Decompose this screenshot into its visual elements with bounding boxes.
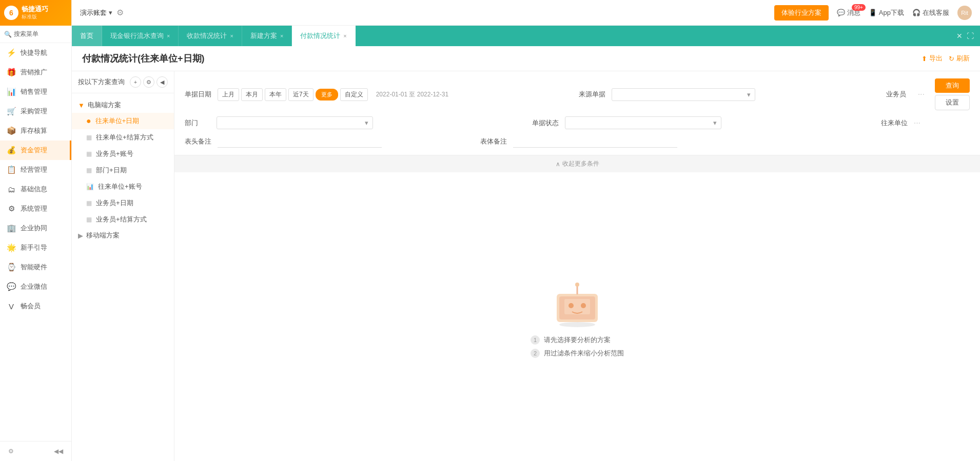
sidebar-item-purchase[interactable]: 🛒 采购管理 — [0, 102, 71, 121]
empty-tip-1: 1 请先选择要分析的方案 — [531, 335, 624, 345]
query-btn[interactable]: 查询 — [935, 78, 970, 93]
sidebar-item-quick-nav[interactable]: ⚡ 快捷导航 — [0, 43, 71, 63]
doc-status-select[interactable]: ▾ — [565, 116, 721, 129]
user-avatar[interactable]: Rit — [957, 6, 972, 20]
search-label: 搜索菜单 — [14, 30, 38, 38]
scheme-item-staff-date[interactable]: ▦ 业务员+日期 — [72, 195, 174, 211]
company-selector[interactable]: 演示账套 ▾ — [80, 8, 112, 17]
sidebar-item-wechat[interactable]: 💬 企业微信 — [0, 277, 71, 296]
scheme-category-desktop-header[interactable]: ▼ 电脑端方案 — [72, 97, 174, 113]
scheme-item-staff-settle[interactable]: ▦ 业务员+结算方式 — [72, 211, 174, 228]
scheme-item-staff-account[interactable]: ▦ 业务员+账号 — [72, 146, 174, 162]
company-dropdown-icon: ▾ — [109, 9, 112, 16]
scheme-table-icon-2: ▦ — [86, 150, 92, 157]
tab-new-scheme-label: 新建方案 — [250, 31, 277, 41]
sidebar-item-finance[interactable]: 💰 资金管理 — [0, 141, 71, 160]
tab-bank-flow-close[interactable]: × — [167, 33, 170, 39]
collapse-bar[interactable]: ∧ 收起更多条件 — [174, 155, 980, 172]
date-btn-custom[interactable]: 自定义 — [340, 88, 368, 101]
date-btn-this-month[interactable]: 本月 — [241, 88, 263, 101]
header-note-input[interactable] — [218, 135, 382, 148]
scheme-dept-date-label: 部门+日期 — [96, 166, 127, 175]
staff-ellipsis[interactable]: ··· — [918, 90, 925, 99]
phone-icon: 📱 — [869, 9, 877, 16]
scheme-table-icon-4: ▦ — [86, 199, 92, 207]
online-service-btn[interactable]: 🎧 在线客服 — [912, 8, 949, 17]
tab-home[interactable]: 首页 — [72, 26, 102, 46]
sidebar-item-hardware[interactable]: ⌚ 智能硬件 — [0, 257, 71, 277]
header-note-label: 表头备注 — [185, 137, 211, 146]
search-icon: 🔍 — [4, 31, 12, 38]
sidebar-item-basic[interactable]: 🗂 基础信息 — [0, 179, 71, 199]
company-name: 演示账套 — [80, 8, 107, 17]
wechat-label: 企业微信 — [21, 282, 47, 291]
date-btn-last-7[interactable]: 近7天 — [288, 88, 313, 101]
app-download-btn[interactable]: 📱 App下载 — [869, 8, 904, 17]
tabbar: 首页 现金银行流水查询 × 收款情况统计 × 新建方案 × 付款情况统计 × ✕… — [72, 26, 980, 46]
sidebar-item-marketing[interactable]: 🎁 营销推广 — [0, 63, 71, 82]
scheme-add-btn[interactable]: + — [130, 76, 141, 88]
scheme-settings-btn[interactable]: ⚙ — [143, 76, 154, 88]
svg-rect-3 — [564, 299, 590, 314]
trial-btn[interactable]: 体验行业方案 — [774, 5, 829, 21]
svg-point-0 — [559, 322, 595, 327]
scheme-item-partner-settle[interactable]: ▦ 往来单位+结算方式 — [72, 129, 174, 146]
dept-arrow: ▾ — [365, 119, 368, 127]
sidebar-settings-btn[interactable]: ⚙ — [4, 446, 18, 457]
tab-close-all-icon[interactable]: ✕ — [956, 32, 963, 40]
sidebar-footer: ⚙ ◀◀ — [0, 441, 71, 461]
sidebar-item-system[interactable]: ⚙ 系统管理 — [0, 199, 71, 218]
inventory-icon: 📦 — [6, 126, 16, 135]
refresh-btn[interactable]: ↻ 刷新 — [949, 54, 970, 63]
scheme-item-dept-date[interactable]: ▦ 部门+日期 — [72, 162, 174, 178]
topbar-settings-icon[interactable]: ⚙ — [116, 8, 124, 17]
tab-home-label: 首页 — [80, 31, 93, 41]
search-menu[interactable]: 🔍 搜索菜单 — [0, 26, 71, 43]
date-btn-this-year[interactable]: 本年 — [265, 88, 286, 101]
date-btn-prev-month[interactable]: 上月 — [218, 88, 239, 101]
scheme-category-desktop: ▼ 电脑端方案 ● 往来单位+日期 ▦ 往来单位+结算方式 ▦ — [72, 97, 174, 228]
tab-payment-stats-close[interactable]: × — [343, 33, 346, 39]
sidebar: 6 畅捷通巧 标准版 🔍 搜索菜单 ⚡ 快捷导航 🎁 营销推广 📊 销售管理 🛒… — [0, 0, 72, 461]
topbar: 演示账套 ▾ ⚙ 体验行业方案 💬 消息 99+ 📱 App下载 🎧 在线客服 … — [72, 0, 980, 26]
tab-new-scheme[interactable]: 新建方案 × — [242, 26, 292, 46]
tab-expand-icon[interactable]: ⛶ — [967, 32, 974, 40]
partner-filter-label: 往来单位 — [881, 118, 908, 128]
tab-new-scheme-close[interactable]: × — [280, 33, 283, 39]
tab-receipt-stats-close[interactable]: × — [230, 33, 233, 39]
source-doc-select[interactable]: ▾ — [612, 88, 755, 101]
sidebar-item-sales[interactable]: 📊 销售管理 — [0, 82, 71, 102]
staff-filter-label: 业务员 — [886, 90, 912, 99]
tab-bank-flow[interactable]: 现金银行流水查询 × — [102, 26, 179, 46]
date-range-display: 2022-01-01 至 2022-12-31 — [376, 90, 448, 99]
scheme-category-mobile-header[interactable]: ▶ 移动端方案 — [72, 228, 174, 243]
purchase-icon: 🛒 — [6, 107, 16, 116]
tab-receipt-stats[interactable]: 收款情况统计 × — [179, 26, 242, 46]
message-btn[interactable]: 💬 消息 99+ — [837, 8, 860, 17]
scheme-item-partner-date[interactable]: ● 往来单位+日期 — [72, 113, 174, 129]
partner-ellipsis[interactable]: ··· — [914, 118, 920, 128]
sidebar-item-inventory[interactable]: 📦 库存核算 — [0, 121, 71, 141]
scheme-item-partner-account[interactable]: 📊 往来单位+账号 — [72, 178, 174, 195]
topbar-left: 演示账套 ▾ ⚙ — [80, 8, 768, 17]
settings-btn[interactable]: 设置 — [935, 95, 970, 110]
scheme-active-icon: ● — [86, 116, 91, 126]
online-service-label: 在线客服 — [923, 8, 949, 17]
scheme-collapse-btn[interactable]: ◀ — [156, 76, 168, 88]
scheme-collapse-icon: ◀ — [160, 79, 164, 86]
export-btn[interactable]: ⬆ 导出 — [922, 54, 943, 63]
date-btn-more[interactable]: 更多 — [316, 89, 338, 101]
body-note-input[interactable] — [513, 135, 677, 148]
sidebar-collapse-btn[interactable]: ◀◀ — [50, 446, 67, 457]
tab-payment-stats[interactable]: 付款情况统计 × — [292, 26, 355, 46]
operations-icon: 📋 — [6, 165, 16, 174]
member-label: 畅会员 — [21, 302, 41, 311]
empty-illustration — [546, 276, 608, 327]
source-doc-arrow: ▾ — [747, 91, 751, 98]
sidebar-item-enterprise[interactable]: 🏢 企业协同 — [0, 218, 71, 238]
sidebar-item-operations[interactable]: 📋 经营管理 — [0, 160, 71, 179]
sidebar-item-guide[interactable]: 🌟 新手引导 — [0, 238, 71, 257]
sidebar-item-member[interactable]: V 畅会员 — [0, 296, 71, 316]
dept-select[interactable]: ▾ — [217, 116, 373, 129]
system-label: 系统管理 — [21, 204, 47, 213]
